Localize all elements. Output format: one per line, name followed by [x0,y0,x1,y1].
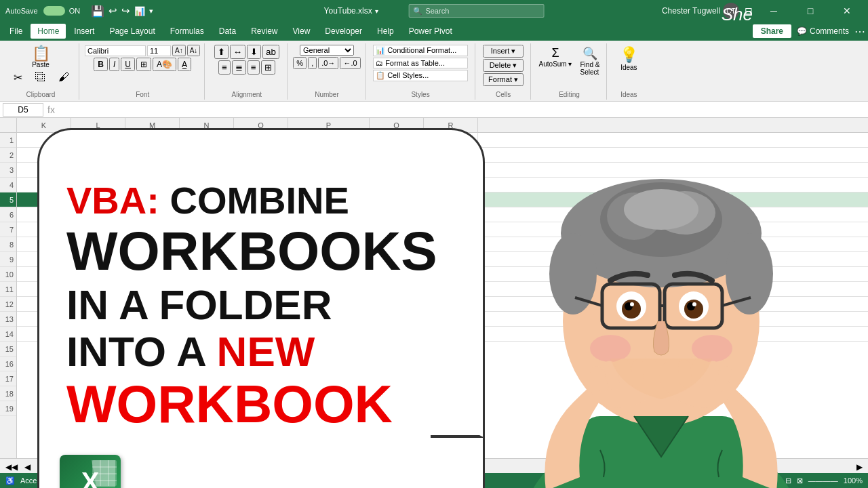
cell[interactable] [288,192,370,207]
cell[interactable] [71,282,125,296]
sheet-nav-next[interactable]: ▶ [35,461,46,473]
cell[interactable] [370,282,424,296]
cell[interactable] [71,252,125,266]
cell[interactable] [288,148,370,162]
cell[interactable] [180,133,234,147]
cell[interactable] [71,207,125,222]
autosave-toggle[interactable] [43,6,65,16]
cell[interactable] [125,252,180,266]
cell[interactable] [17,267,71,281]
cell[interactable] [234,148,288,162]
view-break-icon[interactable]: ⊠ [797,476,803,485]
cell[interactable] [234,192,288,207]
close-button[interactable]: ✕ [831,0,863,22]
align-right-button[interactable]: ≡ [248,60,260,75]
format-as-table-button[interactable]: 🗂 Format as Table... [373,58,468,68]
underline-button[interactable]: U [121,58,135,71]
cell[interactable] [370,148,424,162]
cell[interactable] [370,133,424,147]
menu-view[interactable]: View [286,24,317,39]
zoom-slider[interactable]: ———— [808,476,838,485]
cell[interactable] [424,267,478,281]
cell[interactable] [370,163,424,177]
menu-formulas[interactable]: Formulas [163,24,211,39]
cell[interactable] [17,148,71,162]
format-painter-button[interactable]: 🖌 [53,70,75,85]
cut-button[interactable]: ✂ [7,70,28,85]
view-layout-icon[interactable]: ⊟ [785,476,791,485]
ideas-button[interactable]: 💡 Ideas [617,45,641,73]
cell[interactable] [180,207,234,222]
formula-input[interactable] [59,105,865,115]
cell[interactable] [125,192,180,207]
redo-icon[interactable]: ↪ [121,5,130,17]
cell[interactable] [125,163,180,177]
cell[interactable] [180,267,234,281]
cell[interactable] [180,327,234,341]
decrease-decimal-button[interactable]: ←.0 [340,57,360,69]
cell[interactable] [17,163,71,177]
cell[interactable] [125,178,180,192]
cell[interactable] [17,207,71,222]
paste-button[interactable]: 📋 Paste [29,45,53,70]
cell[interactable] [234,178,288,192]
cell[interactable] [370,312,424,326]
cell[interactable] [424,192,478,207]
cell[interactable] [424,327,478,341]
menu-developer[interactable]: Developer [318,24,369,39]
border-button[interactable]: ⊞ [136,58,151,71]
cell[interactable] [288,237,370,251]
cell[interactable] [125,327,180,341]
cell[interactable] [180,178,234,192]
cell[interactable] [288,267,370,281]
cell[interactable] [234,222,288,237]
bold-button[interactable]: B [94,58,108,71]
cell[interactable] [234,297,288,311]
cell[interactable] [180,237,234,251]
cell[interactable] [370,267,424,281]
number-format-select[interactable]: General [300,45,354,56]
cell[interactable] [71,312,125,326]
cell[interactable] [288,297,370,311]
cell[interactable] [424,297,478,311]
cell[interactable] [71,192,125,207]
cell[interactable] [234,312,288,326]
cell[interactable] [180,282,234,296]
conditional-format-button[interactable]: 📊 Conditional Format... [373,45,468,56]
cell[interactable] [234,267,288,281]
cell[interactable] [125,237,180,251]
decrease-font-button[interactable]: A↓ [187,45,201,56]
cell[interactable] [288,207,370,222]
delete-cells-button[interactable]: Delete ▾ [483,59,524,72]
fill-color-button[interactable]: A🎨 [153,58,176,71]
cell[interactable] [17,282,71,296]
italic-button[interactable]: I [109,58,119,71]
cell[interactable] [370,297,424,311]
cell[interactable] [424,133,478,147]
font-size-input[interactable] [147,45,171,56]
cell[interactable] [180,148,234,162]
cell[interactable] [288,178,370,192]
increase-decimal-button[interactable]: .0→ [318,57,338,69]
align-bottom-button[interactable]: ⬇ [247,45,261,59]
menu-help[interactable]: Help [370,24,401,39]
menu-home[interactable]: Home [31,24,66,39]
cell[interactable] [370,192,424,207]
scroll-right-icon[interactable]: ▶ [854,461,865,473]
percent-button[interactable]: % [293,57,307,69]
cell[interactable] [17,312,71,326]
cell[interactable] [234,207,288,222]
cell[interactable] [288,312,370,326]
dropdown-small-icon[interactable]: ▾ [375,7,378,15]
align-top-button[interactable]: ⬆ [214,45,229,59]
cell[interactable] [125,267,180,281]
cell[interactable] [370,222,424,237]
cell[interactable] [71,148,125,162]
cell[interactable] [370,327,424,341]
sheet-nav-prev[interactable]: ◀ [22,461,33,473]
cell[interactable] [288,222,370,237]
comma-button[interactable]: , [308,57,317,69]
comments-button[interactable]: 💬 Comments [797,26,849,36]
cell[interactable] [17,297,71,311]
cell[interactable] [71,327,125,341]
